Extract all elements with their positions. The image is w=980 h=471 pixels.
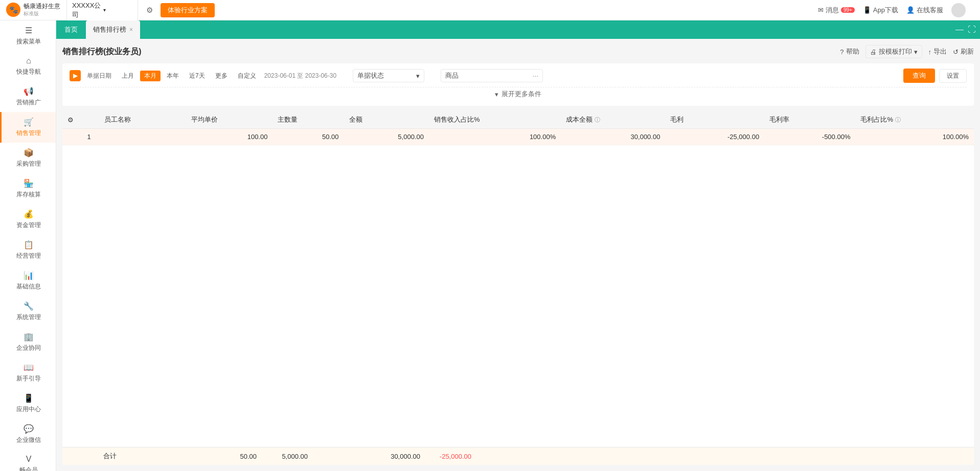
date-tab-custom[interactable]: 自定义 bbox=[234, 71, 260, 81]
row-qty: 50.00 bbox=[272, 129, 344, 145]
tab-home[interactable]: 首页 bbox=[56, 20, 86, 39]
refresh-button[interactable]: ↺ 刷新 bbox=[953, 47, 974, 56]
print-icon: 🖨 bbox=[870, 48, 877, 56]
logo-area: 🐾 畅康通好生意 标准版 bbox=[6, 3, 62, 17]
sidebar-item-sales[interactable]: 🛒 销售管理 bbox=[0, 112, 56, 143]
header-actions: ? 帮助 🖨 按模板打印 ▾ ↑ 导出 ↺ 刷新 bbox=[840, 45, 974, 58]
tab-close-icon[interactable]: × bbox=[129, 26, 133, 33]
sidebar-label: 营销推广 bbox=[16, 98, 41, 107]
date-tab-last-month[interactable]: 上月 bbox=[118, 71, 138, 81]
print-label: 按模板打印 bbox=[879, 47, 912, 56]
status-chevron-icon: ▾ bbox=[416, 72, 420, 80]
expand-arrow-button[interactable]: ▶ bbox=[70, 70, 81, 81]
print-button[interactable]: 🖨 按模板打印 ▾ bbox=[865, 45, 922, 58]
table-col-rank bbox=[79, 111, 99, 129]
table-col-name: 员工名称 bbox=[99, 111, 186, 129]
help-label: 帮助 bbox=[846, 47, 859, 56]
sidebar-item-system[interactable]: 🔧 系统管理 bbox=[0, 296, 56, 327]
data-table: ⚙ 员工名称 平均单价 主数量 全额 销售收入占比% 成本全额 ⓘ 毛利 bbox=[62, 111, 974, 145]
sidebar-item-app-center[interactable]: 📱 应用中心 bbox=[0, 388, 56, 419]
sidebar-label: 应用中心 bbox=[16, 405, 41, 414]
export-button[interactable]: ↑ 导出 bbox=[928, 47, 947, 56]
sidebar-item-purchase[interactable]: 📦 采购管理 bbox=[0, 143, 56, 173]
tab-label: 销售排行榜 bbox=[93, 25, 126, 34]
goods-input[interactable]: 商品 ··· bbox=[441, 69, 543, 82]
date-label: 单据日期 bbox=[87, 72, 111, 80]
logo-sub: 标准版 bbox=[24, 10, 60, 17]
settings-button[interactable]: 设置 bbox=[939, 69, 967, 83]
tab-sales-ranking[interactable]: 销售排行榜 × bbox=[86, 20, 140, 39]
wechat-icon: 💬 bbox=[24, 424, 34, 434]
gross-pct-info-icon[interactable]: ⓘ bbox=[895, 117, 901, 123]
app-download-button[interactable]: 📱 App下载 bbox=[863, 6, 898, 15]
goods-more-icon[interactable]: ··· bbox=[532, 72, 538, 80]
sidebar-item-wechat[interactable]: 💬 企业微信 bbox=[0, 419, 56, 450]
help-button[interactable]: ? 帮助 bbox=[840, 47, 859, 56]
operations-icon: 📋 bbox=[24, 240, 34, 250]
sidebar-item-guide[interactable]: 📖 新手引导 bbox=[0, 357, 56, 388]
date-tab-this-month[interactable]: 本月 bbox=[140, 71, 161, 81]
app-label: App下载 bbox=[873, 6, 898, 15]
sidebar-item-quick-nav[interactable]: ⌂ 快捷导航 bbox=[0, 51, 56, 81]
tab-bar: 首页 销售排行榜 × — ⛶ bbox=[56, 20, 980, 39]
query-button[interactable]: 查询 bbox=[903, 69, 935, 83]
sidebar-item-member[interactable]: V 畅会员 bbox=[0, 450, 56, 471]
row-amount: 5,000.00 bbox=[344, 129, 429, 145]
company-selector[interactable]: XXXXX公司 ▾ bbox=[66, 0, 138, 22]
row-gross-rate: -500.00% bbox=[764, 129, 855, 145]
tab-bar-right: — ⛶ bbox=[955, 25, 980, 34]
tab-fullscreen-icon[interactable]: ⛶ bbox=[968, 25, 976, 34]
row-name bbox=[99, 129, 186, 145]
sidebar-item-marketing[interactable]: 📢 营销推广 bbox=[0, 81, 56, 112]
sidebar-item-search-orders[interactable]: ☰ 搜索菜单 bbox=[0, 20, 56, 51]
finance-icon: 💰 bbox=[24, 209, 34, 219]
sidebar-label: 销售管理 bbox=[16, 129, 41, 138]
logo-icon: 🐾 bbox=[6, 3, 20, 17]
refresh-label: 刷新 bbox=[961, 47, 974, 56]
row-gross-pct: 100.00% bbox=[855, 129, 974, 145]
guide-icon: 📖 bbox=[24, 363, 34, 372]
table-col-settings[interactable]: ⚙ bbox=[62, 111, 79, 129]
page-header: 销售排行榜(按业务员) ? 帮助 🖨 按模板打印 ▾ ↑ 导出 bbox=[62, 45, 974, 58]
export-icon: ↑ bbox=[928, 48, 932, 56]
message-badge: 99+ bbox=[841, 7, 855, 13]
sidebar-item-base-info[interactable]: 📊 基础信息 bbox=[0, 265, 56, 296]
message-button[interactable]: ✉ 消息 99+ bbox=[818, 6, 855, 15]
topbar-settings-button[interactable]: ⚙ bbox=[142, 3, 156, 17]
sidebar-item-operations[interactable]: 📋 经营管理 bbox=[0, 235, 56, 265]
date-tab-this-year[interactable]: 本年 bbox=[163, 71, 183, 81]
content-area: 首页 销售排行榜 × — ⛶ 销售排行榜(按业务员) ? 帮助 bbox=[56, 20, 980, 471]
avatar[interactable] bbox=[951, 3, 966, 17]
purchase-icon: 📦 bbox=[24, 148, 34, 158]
sidebar-label: 经营管理 bbox=[16, 252, 41, 260]
filter-buttons: 查询 设置 bbox=[903, 69, 967, 83]
sidebar-label: 采购管理 bbox=[16, 160, 41, 168]
status-selector[interactable]: 单据状态 ▾ bbox=[353, 69, 424, 82]
online-service-button[interactable]: 👤 在线客服 bbox=[906, 6, 943, 15]
message-label: 消息 bbox=[826, 6, 839, 15]
date-tabs: 上月 本月 本年 近7天 更多 自定义 2023-06-01 至 2023-06… bbox=[118, 71, 336, 81]
export-label: 导出 bbox=[933, 47, 947, 56]
top-right: ✉ 消息 99+ 📱 App下载 👤 在线客服 bbox=[818, 3, 974, 17]
sidebar-label: 企业协同 bbox=[16, 344, 41, 352]
sidebar-label: 搜索菜单 bbox=[16, 37, 41, 46]
row-avg-price: 100.00 bbox=[186, 129, 273, 145]
tab-minimize-icon[interactable]: — bbox=[955, 25, 964, 34]
sidebar-item-inventory[interactable]: 🏪 库存核算 bbox=[0, 173, 56, 204]
date-tab-more[interactable]: 更多 bbox=[211, 71, 232, 81]
date-range: 2023-06-01 至 2023-06-30 bbox=[264, 72, 336, 80]
cost-info-icon[interactable]: ⓘ bbox=[595, 117, 600, 123]
table-col-cost: 成本全额 ⓘ bbox=[561, 111, 665, 129]
row-rank: 1 bbox=[79, 129, 99, 145]
refresh-icon: ↺ bbox=[953, 48, 959, 56]
expand-more-row[interactable]: ▾ 展开更多条件 bbox=[70, 87, 967, 101]
date-tab-7days[interactable]: 近7天 bbox=[185, 71, 209, 81]
trial-button[interactable]: 体验行业方案 bbox=[161, 3, 215, 17]
table-body: 1 100.00 50.00 5,000.00 100.00% 30,000.0… bbox=[62, 129, 974, 145]
enterprise-icon: 🏢 bbox=[24, 332, 34, 342]
sidebar-item-finance[interactable]: 💰 资金管理 bbox=[0, 204, 56, 235]
sidebar-label: 快捷导航 bbox=[16, 68, 41, 76]
marketing-icon: 📢 bbox=[24, 86, 34, 96]
print-chevron-icon: ▾ bbox=[914, 48, 918, 56]
sidebar-item-enterprise[interactable]: 🏢 企业协同 bbox=[0, 327, 56, 357]
